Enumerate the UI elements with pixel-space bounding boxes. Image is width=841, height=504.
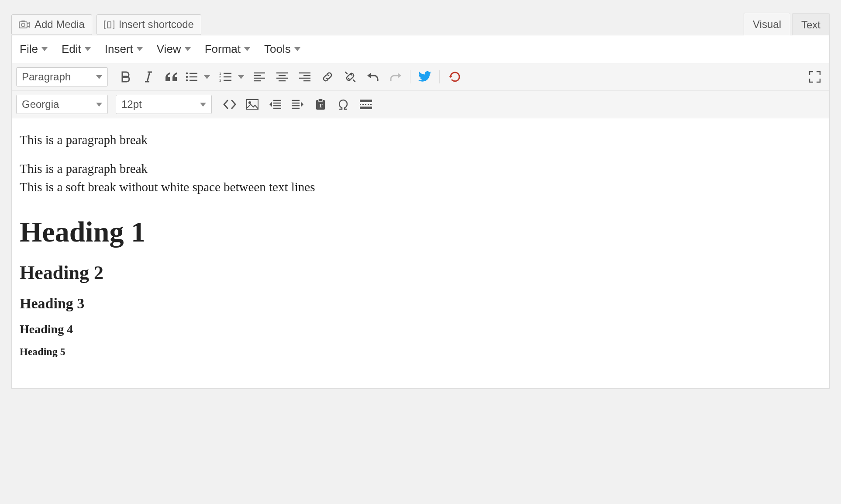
svg-line-31	[345, 72, 347, 74]
menu-edit[interactable]: Edit	[59, 39, 93, 59]
svg-rect-48	[360, 107, 372, 109]
chevron-down-icon	[294, 47, 300, 51]
toolbar-separator	[439, 70, 440, 83]
insert-image-button[interactable]	[242, 94, 262, 114]
menu-view[interactable]: View	[154, 39, 193, 59]
blockquote-button[interactable]	[161, 67, 181, 87]
svg-line-4	[147, 72, 150, 82]
add-media-label: Add Media	[34, 18, 85, 31]
font-size-label: 12pt	[121, 98, 142, 110]
svg-rect-44	[318, 99, 323, 101]
menu-file[interactable]: File	[17, 39, 50, 59]
menu-edit-label: Edit	[62, 42, 81, 56]
fullscreen-button[interactable]	[805, 67, 825, 87]
menu-tools[interactable]: Tools	[262, 39, 303, 59]
chevron-down-icon	[244, 47, 250, 51]
toolbar-row-2: Georgia 12pt T	[12, 91, 829, 118]
chevron-down-icon	[238, 75, 244, 79]
svg-text:T: T	[319, 102, 323, 109]
align-left-button[interactable]	[249, 67, 269, 87]
chevron-down-icon	[96, 75, 102, 79]
align-right-button[interactable]	[295, 67, 315, 87]
paragraph: This is a paragraph break	[20, 131, 821, 149]
unordered-list-button[interactable]	[181, 67, 201, 87]
insert-shortcode-button[interactable]: Insert shortcode	[97, 14, 201, 35]
svg-point-1	[21, 23, 25, 27]
chevron-down-icon	[41, 47, 48, 51]
add-media-button[interactable]: Add Media	[11, 14, 92, 35]
svg-rect-46	[360, 100, 372, 102]
undo-button[interactable]	[363, 67, 383, 87]
ordered-list-button[interactable]: 123	[215, 67, 235, 87]
svg-text:3: 3	[219, 79, 221, 82]
special-character-button[interactable]	[333, 94, 353, 114]
menubar: File Edit Insert View Format Tools	[12, 35, 829, 63]
shortcode-icon	[104, 20, 114, 30]
tab-text[interactable]: Text	[792, 13, 830, 35]
heading-1: Heading 1	[20, 215, 821, 249]
menu-format[interactable]: Format	[202, 39, 253, 59]
chevron-down-icon	[137, 47, 143, 51]
chevron-down-icon	[204, 75, 210, 79]
unlink-button[interactable]	[340, 67, 360, 87]
menu-file-label: File	[20, 42, 38, 56]
link-button[interactable]	[317, 67, 338, 87]
twitter-button[interactable]	[415, 67, 435, 87]
outdent-button[interactable]	[265, 94, 285, 114]
heading-3: Heading 3	[20, 295, 821, 312]
align-center-button[interactable]	[272, 67, 292, 87]
block-format-select[interactable]: Paragraph	[16, 67, 108, 86]
italic-button[interactable]	[138, 67, 159, 87]
font-family-label: Georgia	[22, 98, 59, 110]
svg-point-8	[186, 76, 188, 78]
chevron-down-icon	[85, 47, 91, 51]
heading-5: Heading 5	[20, 346, 821, 358]
heading-2: Heading 2	[20, 262, 821, 284]
svg-rect-2	[21, 21, 25, 22]
camera-icon	[19, 20, 30, 30]
paragraph: This is a paragraph break	[20, 159, 821, 178]
indent-button[interactable]	[288, 94, 308, 114]
read-more-button[interactable]	[356, 94, 376, 114]
chevron-down-icon	[185, 47, 191, 51]
font-size-select[interactable]: 12pt	[116, 95, 212, 114]
chevron-down-icon	[96, 103, 102, 107]
menu-format-label: Format	[205, 42, 241, 56]
source-code-button[interactable]	[220, 94, 240, 114]
ordered-list-menu[interactable]	[235, 67, 247, 87]
menu-insert-label: Insert	[105, 42, 133, 56]
svg-rect-33	[247, 100, 258, 109]
restore-button[interactable]	[444, 67, 464, 87]
insert-shortcode-label: Insert shortcode	[119, 18, 194, 31]
bold-button[interactable]	[116, 67, 136, 87]
chevron-down-icon	[200, 103, 206, 107]
menu-insert[interactable]: Insert	[102, 39, 145, 59]
menu-view-label: View	[157, 42, 181, 56]
tab-visual[interactable]: Visual	[744, 13, 790, 35]
paragraph: This is a soft break without white space…	[20, 178, 821, 196]
unordered-list-menu[interactable]	[201, 67, 213, 87]
svg-line-32	[353, 80, 355, 82]
toolbar-row-1: Paragraph 123	[12, 63, 829, 91]
block-format-label: Paragraph	[22, 71, 71, 83]
redo-button[interactable]	[386, 67, 406, 87]
editor-tabs: Visual Text	[742, 12, 830, 35]
editor-content[interactable]: This is a paragraph break This is a para…	[12, 118, 829, 388]
toolbar-separator	[410, 70, 410, 83]
svg-point-34	[248, 101, 251, 104]
font-family-select[interactable]: Georgia	[16, 95, 108, 114]
menu-tools-label: Tools	[264, 42, 291, 56]
editor: File Edit Insert View Format Tools	[11, 35, 830, 389]
svg-rect-3	[107, 22, 111, 28]
svg-point-9	[186, 79, 188, 82]
heading-4: Heading 4	[20, 322, 821, 336]
svg-point-7	[186, 72, 188, 75]
paste-as-text-button[interactable]: T	[310, 94, 331, 114]
